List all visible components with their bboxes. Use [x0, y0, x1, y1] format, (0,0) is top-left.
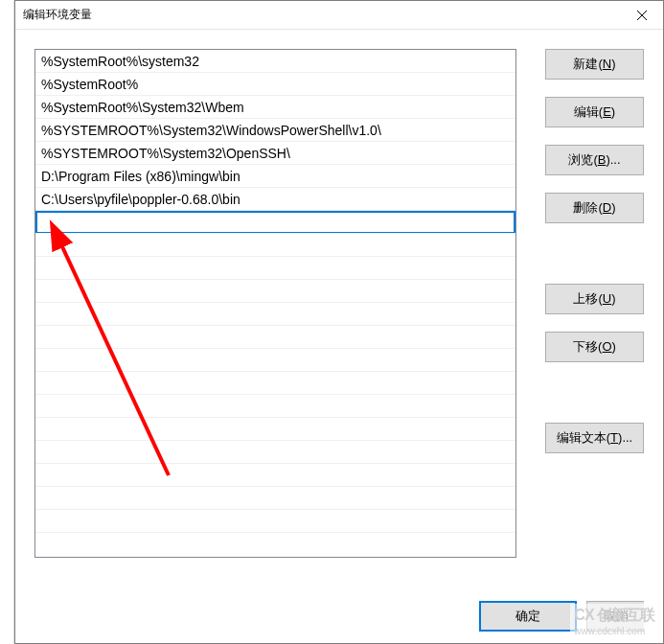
- button-label: 下移(O): [573, 338, 616, 356]
- watermark-url: www.cdcxhl.com: [574, 626, 654, 636]
- new-path-input[interactable]: [36, 212, 515, 233]
- edit-env-var-dialog: 编辑环境变量 %SystemRoot%\system32 %SystemRoot…: [14, 0, 664, 644]
- dialog-title: 编辑环境变量: [23, 7, 92, 23]
- path-item[interactable]: C:\Users\pyfile\poppler-0.68.0\bin: [35, 188, 515, 211]
- titlebar: 编辑环境变量: [15, 1, 663, 30]
- edit-text-button[interactable]: 编辑文本(T)...: [545, 423, 644, 453]
- button-label: 删除(D): [573, 199, 615, 217]
- path-item[interactable]: %SYSTEMROOT%\System32\OpenSSH\: [35, 142, 515, 165]
- path-item-new[interactable]: [35, 211, 515, 234]
- button-label: 编辑文本(T)...: [557, 429, 632, 447]
- button-label: 浏览(B)...: [568, 151, 620, 169]
- delete-button[interactable]: 删除(D): [545, 193, 644, 223]
- edit-button[interactable]: 编辑(E): [545, 97, 644, 127]
- listbox-empty-area[interactable]: [35, 234, 515, 557]
- button-label: 上移(U): [573, 290, 615, 308]
- path-item[interactable]: D:\Program Files (x86)\mingw\bin: [35, 165, 515, 188]
- watermark-brand: CX 创新互联: [574, 607, 654, 623]
- path-item[interactable]: %SystemRoot%\System32\Wbem: [35, 96, 515, 119]
- bottom-button-row: 确定 取消: [15, 584, 663, 643]
- dialog-content: %SystemRoot%\system32 %SystemRoot% %Syst…: [15, 30, 663, 558]
- move-up-button[interactable]: 上移(U): [545, 284, 644, 314]
- path-item[interactable]: %SystemRoot%\system32: [35, 50, 515, 73]
- path-item[interactable]: %SystemRoot%: [35, 73, 515, 96]
- background-strip: [0, 0, 14, 644]
- button-label: 编辑(E): [574, 104, 615, 121]
- browse-button[interactable]: 浏览(B)...: [545, 145, 644, 175]
- path-item[interactable]: %SYSTEMROOT%\System32\WindowsPowerShell\…: [35, 119, 515, 142]
- button-label: 新建(N): [573, 56, 615, 73]
- move-down-button[interactable]: 下移(O): [545, 332, 644, 362]
- path-listbox[interactable]: %SystemRoot%\system32 %SystemRoot% %Syst…: [34, 49, 516, 558]
- watermark: CX 创新互联 www.cdcxhl.com: [570, 604, 658, 638]
- ok-button[interactable]: 确定: [479, 601, 577, 632]
- close-icon: [637, 11, 647, 20]
- new-button[interactable]: 新建(N): [545, 49, 644, 80]
- button-label: 确定: [515, 608, 540, 625]
- button-sidebar: 新建(N) 编辑(E) 浏览(B)... 删除(D) 上移(U) 下移(O) 编…: [516, 49, 644, 558]
- close-button[interactable]: [620, 1, 663, 29]
